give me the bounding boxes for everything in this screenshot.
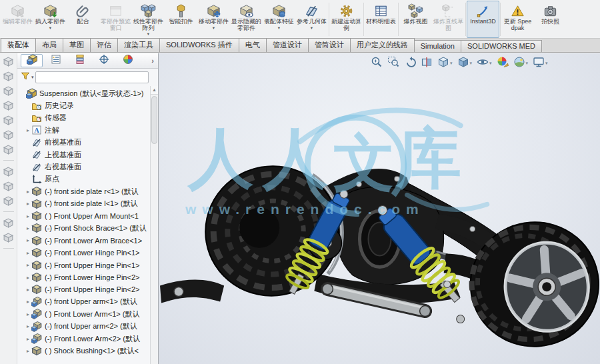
tab-草图[interactable]: 草图 — [63, 38, 91, 52]
tree-item[interactable]: Suspension (默认<显示状态-1>) — [19, 87, 158, 99]
tab-管道设计[interactable]: 管道设计 — [266, 38, 309, 52]
rail-tool-icon[interactable] — [3, 115, 14, 125]
expand-arrow-icon[interactable]: ▸ — [25, 262, 31, 268]
expand-arrow-icon[interactable]: ▸ — [25, 250, 31, 256]
tree-item[interactable]: 上视基准面 — [19, 149, 158, 161]
expand-arrow-icon[interactable]: ▸ — [25, 348, 31, 354]
tree-item[interactable]: 历史记录 — [19, 99, 158, 111]
tab-电气[interactable]: 电气 — [239, 38, 267, 52]
ribbon-button-explode-line-sketch[interactable]: 爆炸直线草图 — [432, 1, 465, 38]
tree-item[interactable]: ▸ ( ) Shock Bushing<1> (默认< — [19, 345, 158, 357]
rail-tool-icon[interactable] — [3, 196, 14, 205]
rail-tool-icon[interactable] — [3, 181, 14, 191]
filter-dropdown-caret-icon[interactable]: ▾ — [31, 75, 34, 80]
tab-管筒设计[interactable]: 管筒设计 — [308, 38, 351, 52]
tree-item[interactable]: 传感器 — [19, 112, 158, 124]
tree-item[interactable]: 右视基准面 — [19, 161, 158, 173]
tab-装配体[interactable]: 装配体 — [1, 38, 36, 52]
tab-simulation[interactable]: Simulation — [414, 40, 461, 52]
ribbon-button-smart-fasteners[interactable]: 智能扣件 — [165, 1, 197, 38]
expand-arrow-icon[interactable]: ▸ — [25, 189, 31, 195]
ribbon-button-take-snapshot[interactable]: 拍快照 — [534, 1, 567, 38]
hud-zoom-to-fit[interactable] — [371, 56, 383, 71]
tree-item[interactable]: ▸ (-) front Upper arm<1> (默认 — [19, 296, 158, 308]
ribbon-button-new-motion-study[interactable]: 新建运动算例 — [330, 1, 363, 38]
expand-arrow-icon[interactable]: ▸ — [25, 275, 31, 281]
rail-tool-icon[interactable] — [3, 218, 14, 227]
panel-tab-dimxpertmanager[interactable] — [93, 54, 115, 67]
expand-arrow-icon[interactable]: ▸ — [25, 323, 31, 329]
tree-item[interactable]: ▸ (-) Front Upper Hinge Pin<1> — [19, 259, 158, 271]
expand-arrow-icon[interactable]: ▸ — [25, 287, 31, 293]
ribbon-button-linear-component-pattern[interactable]: 线性零部件阵列▾ — [132, 1, 165, 38]
hud-previous-view[interactable] — [404, 56, 416, 71]
ribbon-button-update-speedpak[interactable]: 更新 Speedpak — [501, 1, 534, 38]
tree-item[interactable]: ▸ ( ) Front Lower Arm<1> (默认 — [19, 308, 158, 320]
tree-filter-input[interactable] — [35, 71, 149, 83]
tree-item[interactable]: ▸ (-) Front Lower Arm Brace<1> — [19, 235, 158, 247]
tab-渲染工具[interactable]: 渲染工具 — [117, 38, 160, 52]
ribbon-button-move-component[interactable]: 移动零部件▾ — [197, 1, 230, 38]
ribbon-button-instant3d[interactable]: Instant3D — [467, 1, 499, 38]
tree-item[interactable]: 前视基准面 — [19, 137, 158, 149]
ribbon-button-bill-of-materials[interactable]: 材料明细表 — [365, 1, 397, 38]
ribbon-button-reference-geometry[interactable]: 参考几何体▾ — [295, 1, 328, 38]
expand-arrow-icon[interactable]: ▸ — [25, 237, 31, 243]
tree-item[interactable]: ▸ (-) Front Lower Hinge Pin<1> — [19, 247, 158, 259]
ribbon-button-show-hidden-components[interactable]: 显示隐藏的零部件 — [230, 1, 263, 38]
tab-布局[interactable]: 布局 — [35, 38, 63, 52]
expand-arrow-icon[interactable]: ▸ — [25, 336, 31, 342]
hud-zoom-to-area[interactable] — [387, 56, 399, 71]
graphics-viewport[interactable]: ▾▾▾▾▾ — [159, 53, 600, 364]
expand-arrow-icon[interactable]: ▸ — [25, 213, 31, 219]
expand-arrow-icon[interactable]: ▸ — [25, 225, 31, 231]
rail-tool-icon[interactable] — [3, 101, 14, 110]
rail-tool-icon[interactable] — [3, 145, 14, 154]
hud-view-settings[interactable]: ▾ — [533, 56, 548, 71]
expand-arrow-icon[interactable]: ▸ — [25, 311, 31, 317]
panel-tab-propertymanager[interactable] — [45, 54, 67, 67]
expand-arrow-icon[interactable]: ▸ — [25, 127, 31, 133]
panel-tab-featuremanager[interactable] — [21, 54, 43, 67]
panel-flyout-chevron-icon[interactable]: › — [147, 57, 158, 65]
expand-arrow-icon[interactable]: ▸ — [25, 201, 31, 207]
panel-tab-displaymanager[interactable] — [117, 54, 139, 67]
tree-item[interactable]: ▸ A 注解 — [19, 124, 158, 136]
tab-用户定义的线路[interactable]: 用户定义的线路 — [350, 38, 415, 52]
rail-tool-icon[interactable] — [3, 167, 14, 176]
ribbon-button-assembly-features[interactable]: 装配体特征▾ — [263, 1, 295, 38]
tree-item[interactable]: 原点 — [19, 173, 158, 185]
panel-tab-configurationmanager[interactable] — [69, 54, 91, 67]
rail-tool-icon[interactable] — [3, 86, 14, 95]
rail-tool-icon[interactable] — [3, 233, 14, 242]
rail-tool-icon[interactable] — [3, 57, 14, 66]
tree-item[interactable]: ▸ (-) Front Shock Brace<1> (默认 — [19, 222, 158, 234]
rail-tool-icon[interactable] — [3, 130, 14, 139]
ribbon-button-component-preview[interactable]: 零部件预览窗口 — [99, 1, 132, 38]
hud-display-style[interactable]: ▾ — [457, 56, 473, 71]
tree-item[interactable]: ▸ (-) Front Lower Arm<2> (默认 — [19, 333, 158, 345]
ribbon-button-exploded-view[interactable]: 爆炸视图 — [399, 1, 432, 38]
hud-hide-show-items[interactable]: ▾ — [477, 56, 492, 71]
tree-item[interactable]: ▸ (-) front side plate r<1> (默认 — [19, 185, 158, 197]
scrollbar-up-arrow-icon[interactable]: ▲ — [151, 86, 158, 95]
hud-view-orientation[interactable]: ▾ — [437, 56, 453, 71]
tree-item[interactable]: ▸ (-) front side plate l<1> (默认 — [19, 198, 158, 210]
tab-solidworks-插件[interactable]: SOLIDWORKS 插件 — [159, 38, 239, 52]
tree-item[interactable]: ▸ ( ) Front Upper Arm Mount<1 — [19, 210, 158, 222]
ribbon-button-edit-component[interactable]: 编辑零部件 — [1, 1, 34, 38]
expand-arrow-icon[interactable]: ▸ — [25, 299, 31, 305]
ribbon-button-mate[interactable]: 配合 — [67, 1, 99, 38]
filter-funnel-icon[interactable] — [21, 71, 30, 83]
hud-apply-scene[interactable]: ▾ — [513, 56, 529, 71]
scrollbar-thumb[interactable] — [151, 96, 157, 144]
tree-item[interactable]: ▸ (-) front Upper arm<2> (默认 — [19, 320, 158, 332]
tab-solidworks-med[interactable]: SOLIDWORKS MED — [461, 40, 542, 52]
ribbon-button-insert-component[interactable]: 插入零部件▾ — [34, 1, 67, 38]
tree-item[interactable]: ▸ (-) Front Lower Hinge Pin<2> — [19, 271, 158, 283]
tree-item[interactable]: ▸ (-) Front Upper Hinge Pin<2> — [19, 283, 158, 295]
hud-edit-appearance[interactable] — [497, 56, 509, 71]
hud-section-view[interactable] — [421, 56, 433, 71]
tree-scrollbar[interactable]: ▲ — [150, 86, 158, 364]
tab-评估[interactable]: 评估 — [90, 38, 118, 52]
